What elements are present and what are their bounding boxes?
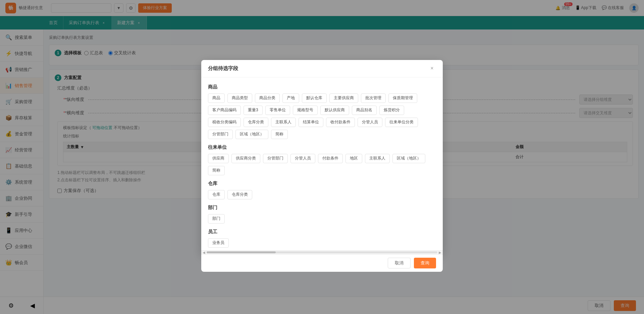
field-tag[interactable]: 收付款条件 — [326, 118, 355, 127]
section-department-fields: 部门 — [208, 214, 436, 224]
field-tag[interactable]: 仓库分类 — [244, 118, 268, 127]
field-tag[interactable]: 客户商品编码 — [208, 106, 241, 115]
scroll-thumb — [207, 251, 276, 253]
field-tag[interactable]: 炼货积分 — [379, 106, 404, 115]
field-tag[interactable]: 部门 — [208, 214, 225, 224]
modal-header: 分组待选字段 × — [201, 60, 443, 77]
field-tag[interactable]: 主联系人 — [365, 154, 390, 163]
field-tag[interactable]: 分管人员 — [290, 154, 315, 163]
field-tag[interactable]: 简称 — [271, 130, 288, 139]
section-department-title: 部门 — [208, 205, 436, 211]
field-tag[interactable]: 结算单位 — [299, 118, 323, 127]
field-tag[interactable]: 仓库 — [208, 190, 225, 199]
section-employee-title: 员工 — [208, 229, 436, 235]
field-tag[interactable]: 区域（地区） — [392, 154, 425, 163]
field-tag[interactable]: 产地 — [282, 93, 299, 103]
modal-confirm-button[interactable]: 查询 — [414, 258, 436, 268]
field-tag[interactable]: 默认供应商 — [320, 106, 349, 115]
field-tag[interactable]: 区域（地区） — [235, 130, 268, 139]
section-partner-fields: 供应商 供应商分类 分管部门 分管人员 付款条件 地区 主联系人 区域（地区） … — [208, 154, 436, 175]
field-tag[interactable]: 主联系人 — [271, 118, 296, 127]
section-goods-fields: 商品 商品类型 商品分类 产地 默认仓库 主要供应商 批次管理 保质期管理 客户… — [208, 93, 436, 139]
field-tag[interactable]: 保质期管理 — [388, 93, 417, 103]
field-tag[interactable]: 批次管理 — [361, 93, 386, 103]
modal-title: 分组待选字段 — [208, 65, 238, 72]
section-partner-title: 往来单位 — [208, 144, 436, 150]
field-tag[interactable]: 零售单位 — [265, 106, 290, 115]
scroll-track — [207, 251, 437, 253]
scroll-left-arrow[interactable]: ◀ — [203, 251, 207, 254]
field-tag[interactable]: 简称 — [208, 166, 225, 175]
field-tag[interactable]: 默认仓库 — [302, 93, 327, 103]
field-tag[interactable]: 付款条件 — [318, 154, 343, 163]
section-goods-title: 商品 — [208, 84, 436, 90]
modal-close-btn[interactable]: × — [428, 64, 436, 72]
section-warehouse-fields: 仓库 仓库分类 — [208, 190, 436, 199]
section-employee-fields: 业务员 — [208, 238, 436, 248]
field-tag[interactable]: 商品分类 — [255, 93, 280, 103]
modal-scrollbar[interactable]: ◀ ▶ — [201, 250, 443, 254]
field-tag[interactable]: 供应商分类 — [231, 154, 260, 163]
field-tag[interactable]: 分管人员 — [358, 118, 382, 127]
section-warehouse-title: 仓库 — [208, 181, 436, 187]
field-tag[interactable]: 税收分类编码 — [208, 118, 241, 127]
field-tag[interactable]: 主要供应商 — [329, 93, 358, 103]
modal-dialog: 分组待选字段 × 商品 商品 商品类型 商品分类 产地 默认仓库 主要供应商 批… — [201, 60, 443, 254]
modal-body[interactable]: 商品 商品 商品类型 商品分类 产地 默认仓库 主要供应商 批次管理 保质期管理… — [201, 77, 443, 250]
field-tag[interactable]: 地区 — [345, 154, 362, 163]
field-tag[interactable]: 商品类型 — [227, 93, 252, 103]
field-tag[interactable]: 分管部门 — [263, 154, 288, 163]
field-tag[interactable]: 供应商 — [208, 154, 229, 163]
scroll-right-arrow[interactable]: ▶ — [437, 251, 441, 254]
field-tag[interactable]: 仓库分类 — [227, 190, 252, 199]
field-tag[interactable]: 业务员 — [208, 238, 229, 248]
field-tag[interactable]: 商品 — [208, 93, 225, 103]
field-tag[interactable]: 分管部门 — [208, 130, 233, 139]
modal-overlay: 分组待选字段 × 商品 商品 商品类型 商品分类 产地 默认仓库 主要供应商 批… — [0, 0, 644, 314]
field-tag[interactable]: 往来单位分类 — [385, 118, 418, 127]
field-tag[interactable]: 规格型号 — [293, 106, 318, 115]
field-tag[interactable]: 商品别名 — [352, 106, 377, 115]
modal-cancel-button[interactable]: 取消 — [388, 258, 411, 268]
modal-footer: 取消 查询 — [201, 254, 443, 272]
field-tag[interactable]: 重量3 — [244, 106, 263, 115]
